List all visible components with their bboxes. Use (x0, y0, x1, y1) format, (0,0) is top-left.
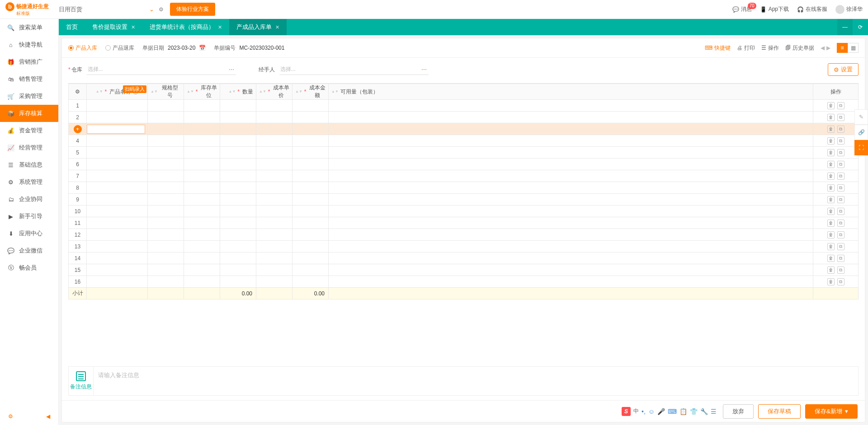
cell-name[interactable] (87, 217, 148, 229)
cell-qty[interactable] (220, 170, 256, 182)
col-unit[interactable]: ▲▼*库存单位 (184, 84, 220, 100)
sidebar-item-12[interactable]: ⬇应用中心 (0, 225, 58, 242)
column-settings-button[interactable]: ⚙ 设置 (828, 63, 859, 76)
close-icon[interactable]: ✕ (275, 24, 279, 30)
cell-spec[interactable] (148, 241, 184, 252)
product-name-input[interactable] (87, 125, 145, 134)
sidebar-item-2[interactable]: 🎁营销推广 (0, 53, 58, 70)
cell-qty[interactable] (220, 194, 256, 205)
cell-unit[interactable] (184, 159, 220, 170)
cell-qty[interactable] (220, 276, 256, 288)
cell-avail[interactable] (329, 112, 813, 123)
sidebar-item-8[interactable]: ☰基础信息 (0, 156, 58, 173)
close-icon[interactable]: ✕ (131, 24, 135, 30)
row-copy-icon[interactable]: ⧉ (837, 278, 844, 285)
view-list-button[interactable]: ≡ (837, 43, 848, 53)
row-delete-icon[interactable]: 🗑 (827, 231, 835, 238)
online-service-button[interactable]: 🎧 在线客服 (797, 5, 827, 13)
sidebar-item-6[interactable]: 💰资金管理 (0, 122, 58, 139)
row-copy-icon[interactable]: ⧉ (837, 208, 844, 215)
history-button[interactable]: 🗐 历史单据 (785, 44, 814, 52)
table-row[interactable]: 10🗑⧉ (69, 205, 859, 217)
cell-avail[interactable] (329, 217, 813, 229)
row-delete-icon[interactable]: 🗑 (827, 114, 835, 121)
cell-price[interactable] (256, 112, 292, 123)
cell-name[interactable] (87, 205, 148, 217)
cell-qty[interactable] (220, 205, 256, 217)
cell-unit[interactable] (184, 170, 220, 182)
app-download-button[interactable]: 📱 App下载 (760, 5, 789, 13)
sidebar-item-3[interactable]: 🛍销售管理 (0, 70, 58, 88)
cell-avail[interactable] (329, 159, 813, 170)
row-copy-icon[interactable]: ⧉ (837, 220, 844, 227)
cell-amount[interactable] (292, 170, 329, 182)
cell-amount[interactable] (292, 241, 329, 252)
table-row[interactable]: 13🗑⧉ (69, 241, 859, 252)
row-copy-icon[interactable]: ⧉ (837, 137, 844, 145)
cell-amount[interactable] (292, 159, 329, 170)
sidebar-item-1[interactable]: ⌂快捷导航 (0, 36, 58, 53)
cell-name[interactable] (87, 182, 148, 194)
radio-product-out[interactable]: 产品退库 (105, 44, 134, 52)
cell-avail[interactable] (329, 123, 813, 135)
cell-unit[interactable] (184, 123, 220, 135)
ime-sogou-icon[interactable]: S (622, 407, 631, 416)
row-delete-icon[interactable]: 🗑 (827, 173, 835, 180)
row-copy-icon[interactable]: ⧉ (837, 184, 844, 191)
row-copy-icon[interactable]: ⧉ (837, 231, 844, 238)
save-and-new-button[interactable]: 保存&新增 ▾ (805, 404, 858, 419)
cell-qty[interactable] (220, 159, 256, 170)
cell-unit[interactable] (184, 241, 220, 252)
sidebar-item-13[interactable]: 💬企业微信 (0, 242, 58, 259)
cell-price[interactable] (256, 135, 292, 147)
save-draft-button[interactable]: 保存草稿 (758, 404, 801, 419)
ime-punct-icon[interactable]: •, (642, 408, 646, 415)
cell-spec[interactable] (148, 170, 184, 182)
ime-skin-icon[interactable]: 👕 (690, 408, 698, 415)
cell-name[interactable] (87, 100, 148, 112)
row-delete-icon[interactable]: 🗑 (827, 149, 835, 156)
table-row[interactable]: 1🗑⧉ (69, 100, 859, 112)
row-delete-icon[interactable]: 🗑 (827, 102, 835, 109)
cell-name[interactable] (87, 276, 148, 288)
print-button[interactable]: 🖨 打印 (737, 44, 755, 52)
cell-spec[interactable] (148, 159, 184, 170)
cell-unit[interactable] (184, 194, 220, 205)
cell-price[interactable] (256, 147, 292, 159)
cell-name[interactable] (87, 252, 148, 264)
warehouse-select[interactable]: 选择... ⋯ (87, 64, 236, 75)
cell-spec[interactable] (148, 229, 184, 241)
shortcut-button[interactable]: ⌨ 快捷键 (705, 44, 731, 52)
cell-unit[interactable] (184, 252, 220, 264)
gear-icon[interactable]: ⚙ (159, 6, 164, 13)
row-copy-icon[interactable]: ⧉ (837, 114, 844, 121)
cell-spec[interactable] (148, 182, 184, 194)
cell-qty[interactable] (220, 123, 256, 135)
cell-unit[interactable] (184, 135, 220, 147)
cell-amount[interactable] (292, 100, 329, 112)
cell-unit[interactable] (184, 182, 220, 194)
row-delete-icon[interactable]: 🗑 (827, 137, 835, 145)
cell-price[interactable] (256, 276, 292, 288)
table-row[interactable]: 2🗑⧉ (69, 112, 859, 123)
cell-spec[interactable] (148, 147, 184, 159)
category-selector[interactable]: 日用百货 ⌄ (59, 5, 154, 14)
cell-price[interactable] (256, 205, 292, 217)
cell-price[interactable] (256, 217, 292, 229)
row-delete-icon[interactable]: 🗑 (827, 255, 835, 262)
cell-qty[interactable] (220, 241, 256, 252)
row-copy-icon[interactable]: ⧉ (837, 149, 844, 156)
row-delete-icon[interactable]: 🗑 (827, 266, 835, 274)
cell-amount[interactable] (292, 135, 329, 147)
tab-0[interactable]: 售价提取设置✕ (85, 19, 142, 35)
cell-price[interactable] (256, 194, 292, 205)
row-delete-icon[interactable]: 🗑 (827, 126, 835, 133)
row-delete-icon[interactable]: 🗑 (827, 196, 835, 203)
cell-name[interactable] (87, 135, 148, 147)
cell-spec[interactable] (148, 123, 184, 135)
cell-qty[interactable] (220, 147, 256, 159)
cell-amount[interactable] (292, 264, 329, 276)
cell-unit[interactable] (184, 205, 220, 217)
cell-price[interactable] (256, 123, 292, 135)
discard-button[interactable]: 放弃 (723, 404, 754, 419)
